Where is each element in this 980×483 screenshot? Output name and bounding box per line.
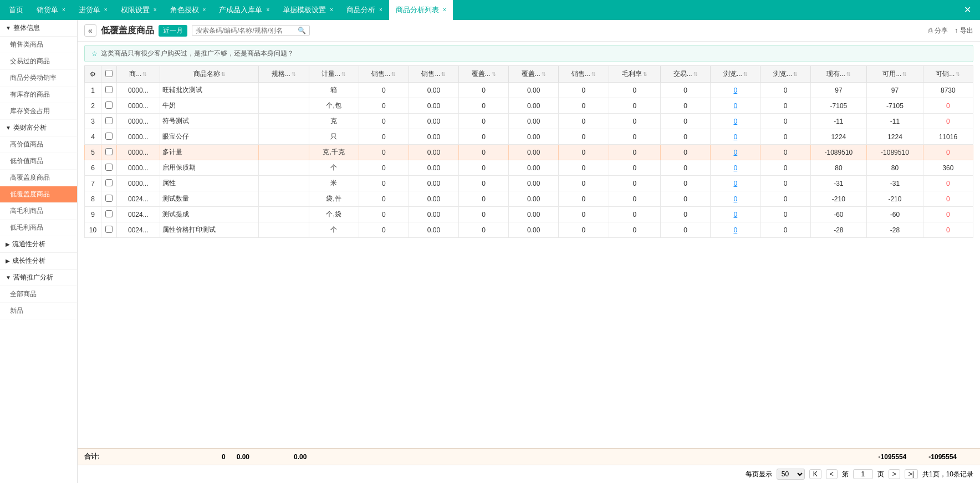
- row-browse1[interactable]: 0: [711, 160, 760, 176]
- first-page-button[interactable]: K: [809, 469, 821, 479]
- row-checkbox[interactable]: [101, 129, 117, 145]
- row-sales3: 0: [559, 83, 609, 98]
- col-code[interactable]: 商...⇅: [117, 66, 160, 83]
- sidebar-collapse-button[interactable]: «: [84, 24, 96, 37]
- sidebar-item-high-value[interactable]: 高价值商品: [0, 136, 77, 153]
- nav-home[interactable]: 首页: [2, 0, 30, 20]
- nav-permissions-close[interactable]: ×: [154, 0, 157, 20]
- col-spec[interactable]: 规格...⇅: [259, 66, 309, 83]
- row-name: 多计量: [160, 145, 259, 160]
- row-trade: 0: [661, 222, 711, 238]
- nav-goods-analysis-list[interactable]: 商品分析列表 ×: [389, 0, 453, 20]
- row-browse1[interactable]: 0: [711, 207, 760, 222]
- next-page-button[interactable]: >: [889, 469, 900, 479]
- nav-finished-goods-close[interactable]: ×: [266, 0, 269, 20]
- row-cover1: 0: [459, 222, 509, 238]
- row-browse1[interactable]: 0: [711, 129, 760, 145]
- window-close-button[interactable]: ✕: [957, 0, 978, 20]
- share-button[interactable]: ⎙ 分享: [928, 26, 948, 35]
- prev-page-button[interactable]: <: [826, 469, 838, 479]
- sidebar-item-category-turnover[interactable]: 商品分类动销率: [0, 70, 77, 87]
- nav-goods-analysis-close[interactable]: ×: [379, 0, 382, 20]
- per-page-select[interactable]: 50 100 200: [777, 469, 805, 480]
- row-sales1: 0: [359, 160, 409, 176]
- col-available[interactable]: 可用...⇅: [867, 66, 923, 83]
- nav-template-settings-close[interactable]: ×: [330, 0, 333, 20]
- row-current: -28: [810, 222, 867, 238]
- row-browse1[interactable]: 0: [711, 222, 760, 238]
- col-current[interactable]: 现有...⇅: [810, 66, 867, 83]
- nav-template-settings[interactable]: 单据模板设置 ×: [276, 0, 340, 20]
- col-trade[interactable]: 交易...⇅: [661, 66, 711, 83]
- sidebar-item-stock-capital[interactable]: 库存资金占用: [0, 103, 77, 120]
- row-browse1[interactable]: 0: [711, 98, 760, 114]
- sidebar-section-liquidity[interactable]: ▶ 流通性分析: [0, 236, 77, 253]
- row-gross-rate: 0: [609, 114, 661, 129]
- select-all-checkbox[interactable]: [105, 70, 113, 77]
- row-browse1[interactable]: 0: [711, 83, 760, 98]
- row-browse1[interactable]: 0: [711, 176, 760, 191]
- col-name[interactable]: 商品名称⇅: [160, 66, 259, 83]
- row-unit: 个: [309, 160, 359, 176]
- sidebar-item-all-goods[interactable]: 全部商品: [0, 286, 77, 303]
- sidebar-item-in-stock-goods[interactable]: 有库存的商品: [0, 87, 77, 103]
- row-browse1[interactable]: 0: [711, 145, 760, 160]
- nav-sales-order[interactable]: 销货单 ×: [30, 0, 72, 20]
- col-sales1[interactable]: 销售...⇅: [359, 66, 409, 83]
- nav-goods-analysis[interactable]: 商品分析 ×: [340, 0, 389, 20]
- row-browse2: 0: [760, 129, 810, 145]
- sidebar-section-growth[interactable]: ▶ 成长性分析: [0, 253, 77, 270]
- sidebar-item-traded-goods[interactable]: 交易过的商品: [0, 53, 77, 70]
- sidebar-item-low-coverage[interactable]: 低覆盖度商品: [0, 186, 77, 203]
- period-button[interactable]: 近一月: [159, 25, 187, 37]
- sidebar-item-sales-goods[interactable]: 销售类商品: [0, 37, 77, 53]
- row-checkbox[interactable]: [101, 114, 117, 129]
- col-gross-rate[interactable]: 毛利率⇅: [609, 66, 661, 83]
- table-header-row: ⚙ 商...⇅ 商品名称⇅ 规格...⇅ 计量...⇅ 销售...⇅ 销售...…: [85, 66, 973, 83]
- row-checkbox[interactable]: [101, 222, 117, 238]
- row-checkbox[interactable]: [101, 160, 117, 176]
- row-browse1[interactable]: 0: [711, 191, 760, 207]
- row-sales1: 0: [359, 145, 409, 160]
- nav-permissions[interactable]: 权限设置 ×: [114, 0, 164, 20]
- sidebar-item-high-coverage[interactable]: 高覆盖度商品: [0, 170, 77, 186]
- search-input[interactable]: [196, 27, 295, 34]
- row-browse1[interactable]: 0: [711, 114, 760, 129]
- nav-role-auth[interactable]: 角色授权 ×: [164, 0, 213, 20]
- last-page-button[interactable]: >|: [905, 469, 918, 479]
- col-cover2[interactable]: 覆盖...⇅: [509, 66, 559, 83]
- row-checkbox[interactable]: [101, 176, 117, 191]
- nav-sales-order-close[interactable]: ×: [62, 0, 65, 20]
- sidebar-item-high-margin[interactable]: 高毛利商品: [0, 203, 77, 220]
- row-checkbox[interactable]: [101, 145, 117, 160]
- sidebar-item-low-margin[interactable]: 低毛利商品: [0, 220, 77, 236]
- page-number-input[interactable]: [853, 469, 873, 479]
- row-checkbox[interactable]: [101, 98, 117, 114]
- nav-purchase-order-close[interactable]: ×: [104, 0, 108, 20]
- sidebar-item-new-goods[interactable]: 新品: [0, 303, 77, 319]
- col-browse1[interactable]: 浏览...⇅: [711, 66, 760, 83]
- nav-goods-analysis-list-close[interactable]: ×: [443, 0, 446, 20]
- nav-finished-goods[interactable]: 产成品入库单 ×: [212, 0, 276, 20]
- col-cover1[interactable]: 覆盖...⇅: [459, 66, 509, 83]
- sidebar-section-marketing[interactable]: ▼ 营销推广分析: [0, 270, 77, 286]
- nav-role-auth-close[interactable]: ×: [203, 0, 206, 20]
- row-checkbox[interactable]: [101, 207, 117, 222]
- col-settings[interactable]: ⚙: [85, 66, 101, 83]
- row-checkbox[interactable]: [101, 191, 117, 207]
- col-sales2[interactable]: 销售...⇅: [409, 66, 458, 83]
- export-button[interactable]: ↑ 导出: [955, 26, 973, 35]
- nav-purchase-order[interactable]: 进货单 ×: [72, 0, 114, 20]
- sidebar-item-low-value[interactable]: 低价值商品: [0, 153, 77, 170]
- row-sales3: 0: [559, 222, 609, 238]
- header-actions: ⎙ 分享 ↑ 导出: [928, 26, 973, 35]
- search-icon[interactable]: 🔍: [298, 27, 306, 34]
- sidebar-section-overall[interactable]: ▼ 整体信息: [0, 20, 77, 37]
- sidebar-section-wealth[interactable]: ▼ 类财富分析: [0, 120, 77, 136]
- col-browse2[interactable]: 浏览...⇅: [760, 66, 810, 83]
- row-checkbox[interactable]: [101, 83, 117, 98]
- col-unit[interactable]: 计量...⇅: [309, 66, 359, 83]
- col-sellable[interactable]: 可销...⇅: [923, 66, 973, 83]
- row-current: -60: [810, 207, 867, 222]
- col-sales3[interactable]: 销售...⇅: [559, 66, 609, 83]
